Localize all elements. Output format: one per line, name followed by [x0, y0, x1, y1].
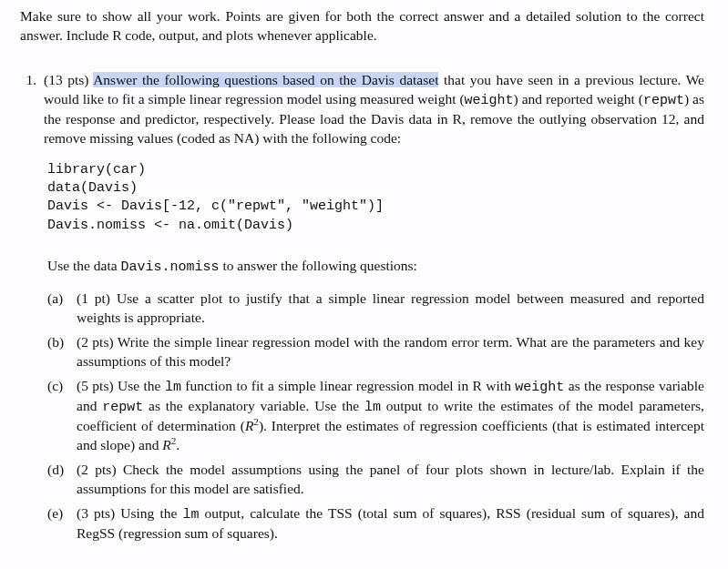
sub-body: (5 pts) Use the lm function to fit a sim…: [77, 377, 704, 455]
highlighted-text: Answer the following questions based on …: [93, 72, 438, 87]
sub-points: (2 pts): [77, 462, 117, 477]
sub-points: (3 pts): [77, 505, 115, 521]
sub-label: (b): [47, 333, 71, 371]
sub-question-d: (d) (2 pts) Check the model assumptions …: [47, 461, 704, 499]
t: .: [176, 437, 179, 452]
sub-question-c: (c) (5 pts) Use the lm function to fit a…: [47, 377, 704, 455]
sub-question-a: (a) (1 pt) Use a scatter plot to justify…: [47, 290, 704, 328]
q1-text-2: ) and reported weight (: [514, 91, 643, 107]
code-line: library(car): [47, 162, 146, 178]
sub-text: Write the simple linear regression model…: [77, 334, 704, 369]
t: Using the: [115, 505, 182, 521]
sub-label: (d): [47, 461, 71, 499]
instructions-paragraph: Make sure to show all your work. Points …: [20, 7, 704, 46]
sub-label: (e): [47, 504, 71, 544]
sub-question-list: (a) (1 pt) Use a scatter plot to justify…: [47, 290, 704, 544]
sub-body: (3 pts) Using the lm output, calculate t…: [77, 504, 704, 544]
sub-points: (1 pt): [77, 290, 110, 306]
sub-label: (c): [47, 377, 71, 455]
t: function to fit a simple linear regressi…: [181, 378, 515, 393]
sub-question-b: (b) (2 pts) Write the simple linear regr…: [47, 333, 704, 371]
code-inline-nomiss: Davis.nomiss: [120, 259, 219, 275]
q1-points: (13 pts): [44, 72, 88, 87]
code-inline-lm: lm: [182, 507, 199, 523]
sub-body: (2 pts) Check the model assumptions usin…: [77, 461, 704, 499]
code-inline-repwt: repwt: [102, 400, 143, 415]
sub-text: Check the model assumptions using the pa…: [77, 462, 704, 496]
question-1: 1. (13 pts) Answer the following questio…: [20, 71, 704, 148]
t: as the explanatory variable. Use the: [143, 398, 364, 413]
code-line: Davis <- Davis[-12, c("repwt", "weight")…: [47, 198, 384, 214]
code-inline-lm: lm: [364, 400, 381, 415]
math-r: R: [162, 437, 170, 452]
lead-text-b: to answer the following questions:: [220, 258, 417, 273]
lead-sentence: Use the data Davis.nomiss to answer the …: [47, 257, 704, 277]
sub-question-e: (e) (3 pts) Using the lm output, calcula…: [47, 504, 704, 544]
code-inline-weight: weight: [515, 380, 564, 395]
t: Use the: [114, 378, 165, 393]
sub-body: (1 pt) Use a scatter plot to justify tha…: [77, 290, 704, 328]
code-inline-lm: lm: [165, 380, 181, 395]
sub-points: (5 pts): [77, 378, 114, 393]
question-body: (13 pts) Answer the following questions …: [44, 71, 704, 148]
question-number: 1.: [20, 71, 36, 148]
math-r: R: [245, 418, 253, 433]
code-line: data(Davis): [47, 180, 138, 196]
code-inline-repwt: repwt: [643, 93, 684, 108]
code-line: Davis.nomiss <- na.omit(Davis): [47, 218, 293, 233]
code-inline-weight: weight: [465, 93, 514, 108]
sub-text: Use a scatter plot to justify that a sim…: [77, 290, 704, 325]
sub-points: (2 pts): [77, 334, 114, 350]
code-block: library(car) data(Davis) Davis <- Davis[…: [47, 161, 704, 235]
page: Make sure to show all your work. Points …: [0, 0, 728, 544]
lead-text-a: Use the data: [47, 258, 120, 273]
sub-label: (a): [47, 290, 71, 328]
sub-body: (2 pts) Write the simple linear regressi…: [77, 333, 704, 371]
